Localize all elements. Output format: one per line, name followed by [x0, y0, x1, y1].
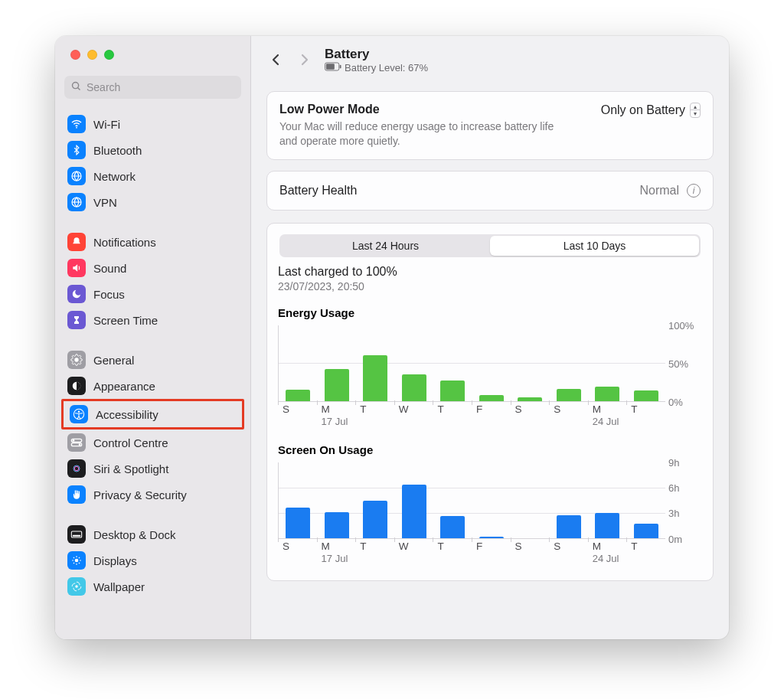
usage-card: Last 24 Hours Last 10 Days Last charged … [266, 223, 714, 581]
x-tick: S [549, 403, 588, 430]
low-power-value: Only on Battery [601, 103, 685, 117]
sidebar-item-sound[interactable]: Sound [61, 255, 244, 281]
switches-icon [67, 433, 86, 452]
svg-point-11 [79, 443, 81, 446]
sidebar-item-label: Network [93, 170, 136, 183]
sidebar-item-control-centre[interactable]: Control Centre [61, 430, 244, 456]
battery-health-card: Battery Health Normal i [266, 171, 714, 211]
svg-point-0 [73, 83, 79, 89]
minimize-window-button[interactable] [87, 50, 97, 60]
info-icon[interactable]: i [687, 184, 701, 198]
svg-rect-29 [326, 64, 335, 69]
x-tick: S [278, 403, 317, 430]
bar [479, 537, 504, 538]
sidebar-item-label: Wi-Fi [93, 118, 120, 131]
bluetooth-icon [67, 141, 86, 159]
nav-back-button[interactable] [266, 51, 285, 69]
close-window-button[interactable] [70, 50, 80, 60]
sidebar-item-label: Desktop & Dock [93, 528, 176, 541]
sidebar-item-wallpaper[interactable]: Wallpaper [61, 573, 244, 599]
sidebar-item-network[interactable]: Network [61, 163, 244, 189]
sidebar-item-label: General [93, 354, 134, 367]
sidebar-item-label: Screen Time [93, 314, 158, 327]
bar [440, 381, 465, 401]
x-tick: M17 Jul [317, 403, 356, 430]
svg-point-10 [73, 439, 75, 442]
bar [634, 390, 658, 401]
bar [595, 387, 619, 401]
x-tick: T [626, 403, 665, 430]
svg-line-25 [79, 557, 80, 558]
y-tick-label: 9h [668, 456, 702, 468]
bar [363, 355, 387, 400]
x-tick: S [511, 541, 550, 567]
sidebar-item-label: Accessibility [96, 408, 158, 421]
bar [286, 390, 310, 401]
last-charged-title: Last charged to 100% [278, 265, 702, 279]
sidebar-item-label: Notifications [93, 236, 156, 249]
svg-point-12 [71, 463, 81, 473]
search-wrap [55, 70, 250, 106]
zoom-window-button[interactable] [104, 50, 114, 60]
battery-level-label: Battery Level: 67% [345, 62, 428, 73]
svg-rect-16 [73, 535, 81, 537]
moon-icon [67, 285, 86, 303]
header: Battery Battery Level: 67% [266, 36, 714, 83]
dock-icon [67, 525, 86, 544]
svg-rect-15 [71, 531, 81, 537]
sidebar-item-general[interactable]: General [61, 347, 244, 373]
bar [402, 485, 426, 537]
x-tick: M24 Jul [588, 403, 627, 430]
time-range-segmented[interactable]: Last 24 Hours Last 10 Days [279, 234, 701, 257]
sidebar-item-displays[interactable]: Displays [61, 547, 244, 573]
search-field[interactable] [64, 76, 241, 99]
x-tick: F [472, 541, 511, 567]
sidebar-item-screen-time[interactable]: Screen Time [61, 307, 244, 333]
bar [325, 369, 349, 401]
bar [363, 501, 387, 537]
sidebar-item-privacy-security[interactable]: Privacy & Security [61, 482, 244, 508]
sidebar-item-accessibility[interactable]: Accessibility [64, 401, 242, 427]
search-icon [70, 80, 82, 94]
last-charged-sub: 23/07/2023, 20:50 [278, 280, 702, 292]
sidebar-item-label: VPN [93, 196, 117, 209]
page-title: Battery [325, 47, 428, 62]
segment-10d[interactable]: Last 10 Days [490, 236, 699, 256]
sidebar-item-appearance[interactable]: Appearance [61, 373, 244, 399]
y-tick-label: 6h [668, 482, 702, 494]
svg-rect-28 [340, 64, 341, 68]
nav-forward-button[interactable] [296, 51, 314, 69]
x-tick: M17 Jul [317, 541, 356, 567]
sidebar: Wi-FiBluetoothNetworkVPNNotificationsSou… [55, 36, 251, 639]
vpn-icon [67, 193, 86, 211]
sidebar-item-vpn[interactable]: VPN [61, 189, 244, 215]
svg-point-26 [75, 585, 78, 588]
sidebar-item-label: Focus [93, 288, 125, 301]
sidebar-item-bluetooth[interactable]: Bluetooth [61, 137, 244, 163]
hourglass-icon [67, 311, 86, 329]
siri-icon [67, 459, 86, 478]
sidebar-item-notifications[interactable]: Notifications [61, 229, 244, 255]
bar [557, 389, 581, 401]
sound-icon [67, 259, 86, 277]
sidebar-item-siri-spotlight[interactable]: Siri & Spotlight [61, 456, 244, 482]
low-power-desc: Your Mac will reduce energy usage to inc… [279, 119, 555, 149]
svg-line-1 [78, 88, 80, 90]
settings-window: Wi-FiBluetoothNetworkVPNNotificationsSou… [55, 36, 729, 639]
segment-24h[interactable]: Last 24 Hours [281, 236, 490, 256]
battery-icon [325, 62, 341, 73]
network-icon [67, 167, 86, 185]
wifi-icon [67, 115, 86, 133]
search-input[interactable] [82, 81, 235, 93]
sidebar-item-wi-fi[interactable]: Wi-Fi [61, 111, 244, 137]
sidebar-item-label: Privacy & Security [93, 488, 187, 501]
sidebar-item-desktop-dock[interactable]: Desktop & Dock [61, 521, 244, 547]
window-controls [55, 36, 250, 70]
bar [402, 374, 426, 401]
sidebar-item-label: Siri & Spotlight [93, 462, 168, 475]
low-power-select[interactable]: Only on Battery ▴▾ [601, 103, 701, 118]
accessibility-icon [70, 405, 88, 423]
sidebar-item-focus[interactable]: Focus [61, 281, 244, 307]
y-tick-label: 0% [668, 396, 702, 407]
x-tick: F [472, 403, 511, 430]
